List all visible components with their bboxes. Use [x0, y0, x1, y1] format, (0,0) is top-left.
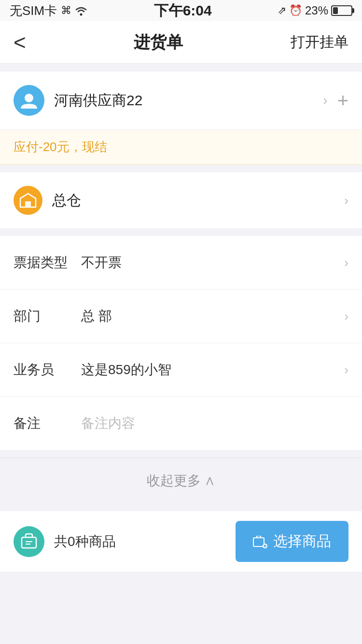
supplier-card: 河南供应商22 › + 应付-20元，现结 [0, 71, 362, 165]
svg-rect-3 [22, 537, 36, 548]
form-row-department[interactable]: 部门 总 部 › [0, 290, 362, 343]
nav-title: 进货单 [134, 31, 183, 54]
notice-row: 应付-20元，现结 [0, 130, 362, 165]
salesperson-chevron-icon: › [344, 363, 348, 378]
form-row-remark[interactable]: 备注 备注内容 [0, 397, 362, 450]
department-label: 部门 [14, 307, 71, 325]
bottom-bar: 共0种商品 选择商品 [0, 511, 362, 572]
ticket-label: 票据类型 [14, 253, 71, 272]
separator [0, 64, 362, 71]
status-right: ⇗ ⏰ 23% [278, 4, 352, 17]
nav-bar: < 进货单 打开挂单 [0, 21, 362, 64]
form-row-salesperson[interactable]: 业务员 这是859的小智 › [0, 343, 362, 397]
department-chevron-icon: › [344, 309, 348, 324]
carrier-label: 无SIM卡 [10, 2, 57, 19]
ticket-chevron-icon: › [344, 255, 348, 270]
wifi-icon: ⌘ [61, 4, 88, 17]
content: 河南供应商22 › + 应付-20元，现结 总仓 › 票据类型 不开票 › [0, 64, 362, 644]
remark-label: 备注 [14, 414, 71, 433]
warehouse-card: 总仓 › [0, 172, 362, 228]
status-left: 无SIM卡 ⌘ [10, 2, 88, 19]
department-value: 总 部 [71, 307, 344, 325]
product-icon-wrap [14, 526, 44, 557]
separator2 [0, 504, 362, 511]
select-product-button[interactable]: 选择商品 [236, 521, 348, 562]
form-card: 票据类型 不开票 › 部门 总 部 › 业务员 这是859的小智 › 备注 备注… [0, 236, 362, 450]
supplier-name: 河南供应商22 [54, 91, 323, 111]
supplier-avatar [14, 85, 44, 116]
svg-point-1 [25, 94, 33, 102]
status-time: 下午6:04 [154, 1, 212, 21]
warehouse-chevron-icon: › [344, 193, 348, 208]
add-supplier-button[interactable]: + [337, 90, 348, 112]
svg-point-0 [80, 14, 83, 16]
select-btn-icon [253, 534, 267, 549]
salesperson-value: 这是859的小智 [71, 361, 344, 379]
supplier-row[interactable]: 河南供应商22 › + [0, 71, 362, 130]
svg-rect-2 [25, 201, 31, 207]
warehouse-icon [19, 192, 37, 209]
back-button[interactable]: < [14, 30, 26, 55]
notice-text: 应付-20元，现结 [14, 140, 107, 154]
collapse-row[interactable]: 收起更多 ∧ [0, 458, 362, 504]
form-row-ticket[interactable]: 票据类型 不开票 › [0, 236, 362, 290]
remark-placeholder: 备注内容 [71, 414, 348, 433]
collapse-label: 收起更多 ∧ [147, 473, 216, 488]
avatar-icon [19, 90, 39, 111]
ticket-value: 不开票 [71, 253, 344, 272]
salesperson-label: 业务员 [14, 361, 71, 379]
battery-percent: 23% [305, 4, 328, 17]
product-icon [20, 532, 38, 551]
status-bar: 无SIM卡 ⌘ 下午6:04 ⇗ ⏰ 23% [0, 0, 362, 21]
battery-icon [331, 5, 352, 16]
warehouse-icon-wrap [14, 186, 42, 215]
supplier-chevron-icon: › [323, 93, 327, 108]
alarm-icon: ⏰ [289, 4, 302, 17]
warehouse-row[interactable]: 总仓 › [0, 172, 362, 228]
select-btn-label: 选择商品 [273, 532, 331, 551]
warehouse-name: 总仓 [52, 191, 344, 210]
page-footer [0, 572, 362, 644]
open-pending-button[interactable]: 打开挂单 [291, 32, 348, 52]
svg-rect-6 [253, 538, 264, 546]
product-count: 共0种商品 [54, 532, 236, 551]
location-icon: ⇗ [278, 4, 286, 17]
